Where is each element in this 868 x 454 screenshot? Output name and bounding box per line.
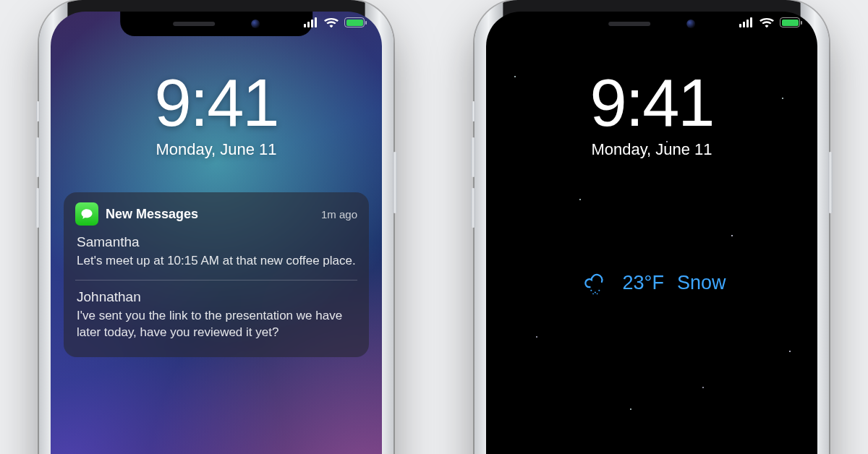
weather-condition: Snow <box>677 272 726 294</box>
notch <box>120 12 312 36</box>
front-camera <box>686 20 695 28</box>
battery-icon <box>344 17 365 27</box>
lock-time: 9:41 <box>51 69 382 136</box>
comparison-stage: 9:41 Monday, June 11 New Messages 1m ago… <box>0 0 868 454</box>
notch <box>556 12 748 36</box>
volume-down-button[interactable] <box>35 188 40 228</box>
lock-time: 9:41 <box>486 69 817 136</box>
status-bar <box>304 17 365 27</box>
message-sender: Samantha <box>77 234 356 250</box>
message-item[interactable]: Samantha Let's meet up at 10:15 AM at th… <box>75 226 357 280</box>
notification-header: New Messages 1m ago <box>75 202 357 226</box>
svg-point-4 <box>596 293 597 294</box>
power-button[interactable] <box>828 152 833 213</box>
earpiece-speaker <box>608 22 650 26</box>
volume-up-button[interactable] <box>471 137 475 177</box>
lock-screen-right[interactable]: 9:41 Monday, June 11 23°F Snow <box>486 12 817 454</box>
mute-switch[interactable] <box>472 101 475 121</box>
lock-screen-left[interactable]: 9:41 Monday, June 11 New Messages 1m ago… <box>51 12 382 454</box>
messages-app-icon <box>75 202 98 226</box>
front-camera <box>251 20 260 28</box>
notification-timestamp: 1m ago <box>321 208 357 220</box>
status-bar <box>739 17 800 27</box>
wifi-icon <box>760 17 774 27</box>
cellular-signal-icon <box>304 17 318 27</box>
volume-down-button[interactable] <box>471 188 475 228</box>
lock-clock: 9:41 Monday, June 11 <box>486 69 817 159</box>
wifi-icon <box>324 17 339 27</box>
svg-point-2 <box>598 290 600 291</box>
message-body: I've sent you the link to the presentati… <box>77 308 356 341</box>
notification-card[interactable]: New Messages 1m ago Samantha Let's meet … <box>64 192 369 357</box>
message-sender: Johnathan <box>77 289 356 305</box>
power-button[interactable] <box>393 152 397 213</box>
snow-cloud-icon <box>578 265 610 301</box>
svg-point-1 <box>594 291 595 293</box>
volume-up-button[interactable] <box>35 137 40 177</box>
lock-clock: 9:41 Monday, June 11 <box>51 69 382 159</box>
svg-point-0 <box>590 290 592 291</box>
battery-icon <box>780 17 800 27</box>
earpiece-speaker <box>173 22 215 26</box>
mute-switch[interactable] <box>36 101 40 121</box>
weather-widget[interactable]: 23°F Snow <box>486 265 817 301</box>
message-item[interactable]: Johnathan I've sent you the link to the … <box>75 280 357 351</box>
lock-date: Monday, June 11 <box>51 140 382 159</box>
weather-temp: 23°F <box>623 272 664 294</box>
notification-title: New Messages <box>106 207 314 222</box>
phone-left-frame: 9:41 Monday, June 11 New Messages 1m ago… <box>39 0 393 454</box>
message-body: Let's meet up at 10:15 AM at that new co… <box>77 253 356 270</box>
lock-date: Monday, June 11 <box>486 140 817 159</box>
phone-right-frame: 9:41 Monday, June 11 23°F Snow <box>475 0 829 454</box>
cellular-signal-icon <box>739 17 754 27</box>
svg-point-3 <box>592 293 594 294</box>
